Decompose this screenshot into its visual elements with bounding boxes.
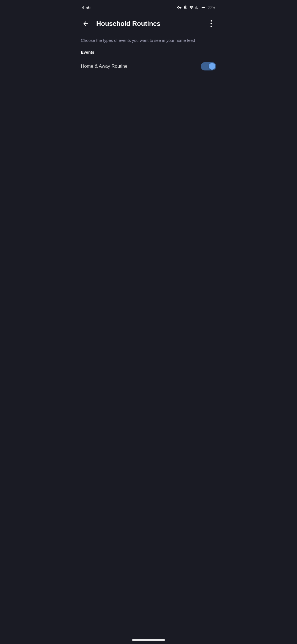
toggle-thumb [209,63,215,70]
wifi-icon [189,5,194,10]
bell-mute-icon [183,5,188,10]
signal-icon [195,5,199,10]
svg-point-4 [211,20,212,22]
svg-point-6 [211,26,212,27]
status-bar: 4:56 [74,0,223,14]
svg-rect-2 [202,7,203,7]
svg-rect-3 [204,7,205,8]
events-section-label: Events [81,50,216,54]
content-area: Choose the types of events you want to s… [74,33,223,77]
home-away-routine-toggle[interactable] [201,62,216,70]
battery-icon [201,6,206,10]
page-title: Household Routines [96,20,201,28]
status-icons: 77% [177,5,215,10]
key-icon [177,5,182,10]
back-button[interactable] [80,18,92,30]
subtitle-text: Choose the types of events you want to s… [81,37,216,43]
more-options-button[interactable] [205,18,217,30]
home-away-routine-label: Home & Away Routine [81,64,128,69]
app-bar: Household Routines [74,14,223,33]
svg-point-5 [211,23,212,24]
home-away-routine-row: Home & Away Routine [81,60,216,73]
battery-percentage: 77% [208,6,215,10]
status-time: 4:56 [82,5,90,10]
